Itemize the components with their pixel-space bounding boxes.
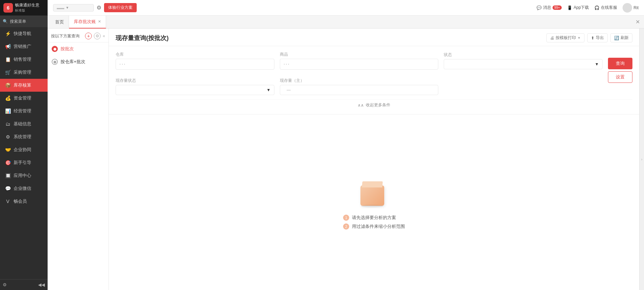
product-input[interactable]: ··· bbox=[280, 59, 439, 70]
page-title: 现存量查询(按批次) bbox=[116, 34, 169, 42]
sidebar-item-finance[interactable]: 💰 资金管理 bbox=[0, 92, 48, 105]
inventory-status-label: 现存量状态 bbox=[116, 78, 274, 84]
vip-icon: V bbox=[5, 198, 11, 204]
app-download-action[interactable]: 📱 App下载 bbox=[567, 5, 589, 11]
tab-close-icon[interactable]: ✕ bbox=[98, 19, 101, 24]
add-icon: + bbox=[87, 33, 90, 39]
empty-hint-1: 1 请先选择要分析的方案 bbox=[343, 215, 405, 221]
right-panel-toggle[interactable]: › bbox=[639, 29, 644, 290]
quick-nav-icon: ⚡ bbox=[5, 31, 11, 37]
sidebar-item-enterprise[interactable]: 🤝 企业协同 bbox=[0, 143, 48, 156]
messages-action[interactable]: 💬 消息 99+ bbox=[537, 5, 562, 11]
product-placeholder: ··· bbox=[284, 61, 290, 67]
sidebar-item-sales[interactable]: 📋 销售管理 bbox=[0, 53, 48, 66]
tab-inventory-batch[interactable]: 库存批次账 ✕ bbox=[69, 16, 106, 29]
tabs-bar: 首页 库存批次账 ✕ ✕ bbox=[48, 16, 644, 29]
topbar-left: ▬▬ ▼ ⚙ 体验行业方案 bbox=[53, 3, 533, 12]
content-area: 按以下方案查询 + ⚙ « ⬤ 按批次 ⬤ 按仓库+批次 bbox=[48, 29, 644, 290]
main-content: 现存量查询(按批次) 🖨 按模板打印 ▼ ⬆ 导出 🔄 刷新 bbox=[109, 29, 639, 290]
system-icon: ⚙ bbox=[5, 134, 11, 140]
header-actions: 🖨 按模板打印 ▼ ⬆ 导出 🔄 刷新 bbox=[546, 33, 632, 42]
sidebar-search[interactable]: 🔍 搜索菜单 bbox=[0, 16, 48, 27]
system-label: 系统管理 bbox=[14, 134, 31, 140]
filter-by-warehouse-batch-label: 按仓库+批次 bbox=[61, 59, 85, 65]
sidebar-item-purchase[interactable]: 🛒 采购管理 bbox=[0, 66, 48, 79]
collapse-more-button[interactable]: ∧∧ 收起更多条件 bbox=[116, 99, 632, 111]
warehouse-batch-icon: ⬤ bbox=[52, 59, 58, 65]
topbar-right: 💬 消息 99+ 📱 App下载 🎧 在线客服 Rit bbox=[537, 3, 639, 13]
avatar bbox=[623, 3, 632, 13]
sidebar-item-vip[interactable]: V 畅会员 bbox=[0, 195, 48, 208]
inventory-status-chevron-icon: ▼ bbox=[267, 88, 271, 92]
filter-setting-button[interactable]: ⚙ bbox=[94, 33, 101, 39]
product-field: 商品 ··· bbox=[280, 52, 439, 70]
refresh-button[interactable]: 🔄 刷新 bbox=[610, 33, 632, 42]
operations-label: 经营管理 bbox=[14, 108, 31, 114]
finance-icon: 💰 bbox=[5, 95, 11, 101]
tab-bar-close-icon[interactable]: ✕ bbox=[631, 16, 644, 29]
status-select[interactable]: ▼ bbox=[444, 59, 603, 69]
filter-item-by-warehouse-batch[interactable]: ⬤ 按仓库+批次 bbox=[48, 55, 108, 68]
product-label: 商品 bbox=[280, 52, 439, 57]
experience-button[interactable]: 体验行业方案 bbox=[104, 3, 137, 12]
messages-label: 消息 bbox=[543, 5, 551, 11]
batch-active-icon: ⬤ bbox=[52, 46, 58, 52]
search-menu-label: 搜索菜单 bbox=[10, 19, 26, 24]
sidebar-settings-icon[interactable]: ⚙ bbox=[3, 282, 7, 287]
sidebar-item-operations[interactable]: 📊 经营管理 bbox=[0, 105, 48, 117]
empty-state: 1 请先选择要分析的方案 2 用过滤条件来缩小分析范围 bbox=[109, 114, 639, 290]
sidebar-item-newbie[interactable]: 🎯 新手引导 bbox=[0, 156, 48, 169]
inventory-qty-range[interactable]: — bbox=[280, 85, 439, 95]
status-label: 状态 bbox=[444, 52, 603, 58]
chevron-up-icon: ∧∧ bbox=[358, 103, 364, 108]
warehouse-label: 仓库 bbox=[116, 52, 274, 57]
empty-hints: 1 请先选择要分析的方案 2 用过滤条件来缩小分析范围 bbox=[343, 215, 405, 230]
sales-label: 销售管理 bbox=[14, 56, 31, 62]
inventory-icon: 📦 bbox=[5, 82, 11, 88]
sidebar-item-apps[interactable]: 🔲 应用中心 bbox=[0, 169, 48, 182]
empty-hint-2: 2 用过滤条件来缩小分析范围 bbox=[343, 223, 405, 230]
sidebar-footer: ⚙ ◀◀ bbox=[0, 279, 48, 290]
collapse-label: 收起更多条件 bbox=[366, 102, 390, 108]
inventory-status-field: 现存量状态 ▼ bbox=[116, 78, 274, 95]
warehouse-placeholder: ··· bbox=[119, 61, 126, 67]
username: Rit bbox=[633, 5, 639, 10]
headset-icon: 🎧 bbox=[594, 5, 599, 10]
sidebar-item-system[interactable]: ⚙ 系统管理 bbox=[0, 130, 48, 143]
online-service-action[interactable]: 🎧 在线客服 bbox=[594, 5, 617, 11]
operations-icon: 📊 bbox=[5, 108, 11, 114]
inventory-qty-field: 现存量（主） — bbox=[280, 78, 439, 95]
filter-panel-header: 按以下方案查询 + ⚙ « bbox=[48, 29, 108, 42]
sidebar-collapse-icon[interactable]: ◀◀ bbox=[38, 282, 45, 287]
setting-icon: ⚙ bbox=[96, 34, 99, 38]
export-button[interactable]: ⬆ 导出 bbox=[587, 33, 608, 42]
sidebar-item-wechat[interactable]: 💬 企业微信 bbox=[0, 182, 48, 195]
filter-add-button[interactable]: + bbox=[85, 33, 92, 39]
messages-badge: 99+ bbox=[553, 5, 562, 10]
query-button[interactable]: 查询 bbox=[608, 58, 632, 69]
hint-1-text: 请先选择要分析的方案 bbox=[352, 215, 396, 221]
tab-home[interactable]: 首页 bbox=[50, 16, 69, 29]
export-icon: ⬆ bbox=[591, 36, 594, 40]
filter-item-by-batch[interactable]: ⬤ 按批次 bbox=[48, 42, 108, 55]
topbar-search-box[interactable]: ▬▬ ▼ bbox=[53, 4, 94, 12]
user-profile-action[interactable]: Rit bbox=[623, 3, 639, 13]
filter-panel: 按以下方案查询 + ⚙ « ⬤ 按批次 ⬤ 按仓库+批次 bbox=[48, 29, 109, 290]
print-button[interactable]: 🖨 按模板打印 ▼ bbox=[546, 33, 584, 42]
topbar-gear-icon[interactable]: ⚙ bbox=[97, 4, 101, 11]
sidebar-item-inventory[interactable]: 📦 库存核算 bbox=[0, 79, 48, 92]
sidebar-item-quick-nav[interactable]: ⚡ 快捷导航 bbox=[0, 27, 48, 40]
warehouse-input[interactable]: ··· bbox=[116, 59, 274, 70]
print-label: 按模板打印 bbox=[556, 35, 576, 41]
wechat-label: 企业微信 bbox=[14, 185, 31, 192]
filter-collapse-button[interactable]: « bbox=[103, 34, 105, 38]
settings-button[interactable]: 设置 bbox=[608, 71, 632, 83]
inventory-status-select[interactable]: ▼ bbox=[116, 85, 274, 95]
filter-form: 仓库 ··· 商品 ··· bbox=[109, 46, 639, 114]
sidebar-item-marketing[interactable]: 📢 营销推广 bbox=[0, 40, 48, 53]
purchase-label: 采购管理 bbox=[14, 69, 31, 75]
hint-2-text: 用过滤条件来缩小分析范围 bbox=[352, 223, 405, 230]
enterprise-label: 企业协同 bbox=[14, 147, 31, 153]
logo-text: 6 bbox=[7, 5, 10, 11]
sidebar-item-basics[interactable]: 🗂 基础信息 bbox=[0, 117, 48, 130]
